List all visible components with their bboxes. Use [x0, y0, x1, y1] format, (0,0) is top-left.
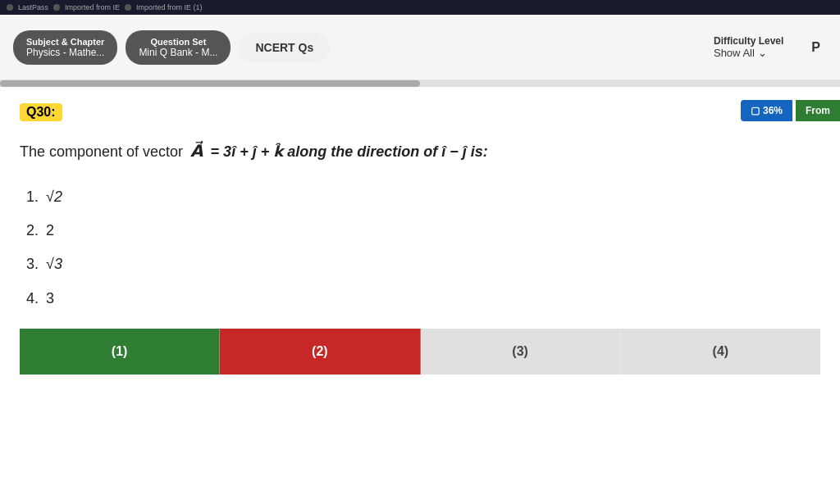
option-4: 4. 3 — [26, 288, 820, 309]
question-number: Q30: — [20, 103, 62, 121]
option-3: 3. √3 — [26, 254, 820, 275]
progress-icon: ▢ — [751, 105, 760, 116]
ncert-button[interactable]: NCERT Qs — [239, 33, 330, 62]
answer-button-1[interactable]: (1) — [20, 329, 220, 375]
difficulty-value[interactable]: Show All ⌄ — [714, 47, 783, 59]
top-bar-dot-1 — [7, 4, 13, 11]
filter-bar: Subject & Chapter Physics - Mathe... Que… — [0, 15, 840, 80]
question-text-prefix: The component of vector — [20, 143, 187, 160]
vector-A: A⃗ — [190, 138, 203, 164]
scroll-thumb — [0, 80, 420, 87]
subject-chapter-label: Subject & Chapter — [26, 37, 104, 47]
top-bar-item-1: LastPass — [18, 3, 48, 11]
question-equation: = 3î + ĵ + k̂ along the direction of î −… — [211, 143, 488, 160]
option-1-value: √2 — [46, 188, 62, 205]
top-bar-item-2: Imported from IE — [65, 3, 120, 11]
top-bar-dot-2 — [53, 4, 60, 11]
option-1: 1. √2 — [26, 187, 820, 207]
extra-filter: P — [805, 40, 827, 55]
top-bar-item-3: Imported from IE (1) — [136, 3, 203, 11]
top-bar-dot-3 — [125, 4, 131, 11]
question-text: The component of vector A⃗ = 3î + ĵ + k̂… — [20, 138, 820, 164]
answer-buttons: (1) (2) (3) (4) — [20, 329, 820, 375]
difficulty-filter: Difficulty Level Show All ⌄ — [714, 35, 783, 59]
subject-chapter-value: Physics - Mathe... — [26, 47, 104, 58]
question-area: ▢ 36% From Q30: The component of vector … — [0, 87, 840, 431]
progress-badge: ▢ 36% — [741, 100, 792, 121]
answer-button-2[interactable]: (2) — [220, 329, 420, 375]
answer-button-3[interactable]: (3) — [421, 329, 621, 375]
answer-button-4[interactable]: (4) — [621, 329, 820, 375]
question-set-label: Question Set — [139, 37, 217, 47]
options-list: 1. √2 2. 2 3. √3 4. 3 — [26, 187, 820, 309]
option-2-value: 2 — [46, 222, 54, 238]
scroll-indicator — [0, 80, 840, 87]
subject-chapter-chip[interactable]: Subject & Chapter Physics - Mathe... — [13, 30, 117, 65]
question-set-chip[interactable]: Question Set Mini Q Bank - M... — [126, 30, 231, 65]
option-4-value: 3 — [46, 290, 54, 306]
progress-value: 36% — [763, 105, 783, 116]
top-bar: LastPass Imported from IE Imported from … — [0, 0, 840, 15]
option-4-number: 4. — [26, 290, 39, 306]
status-badge: From — [796, 100, 840, 121]
top-right-badges: ▢ 36% From — [741, 100, 840, 121]
difficulty-label: Difficulty Level — [714, 35, 783, 47]
option-3-value: √3 — [46, 256, 62, 272]
question-set-value: Mini Q Bank - M... — [139, 47, 217, 58]
chevron-down-icon: ⌄ — [758, 47, 767, 59]
option-2: 2. 2 — [26, 220, 820, 241]
option-2-number: 2. — [26, 222, 39, 238]
option-1-number: 1. — [26, 188, 39, 205]
option-3-number: 3. — [26, 256, 39, 272]
